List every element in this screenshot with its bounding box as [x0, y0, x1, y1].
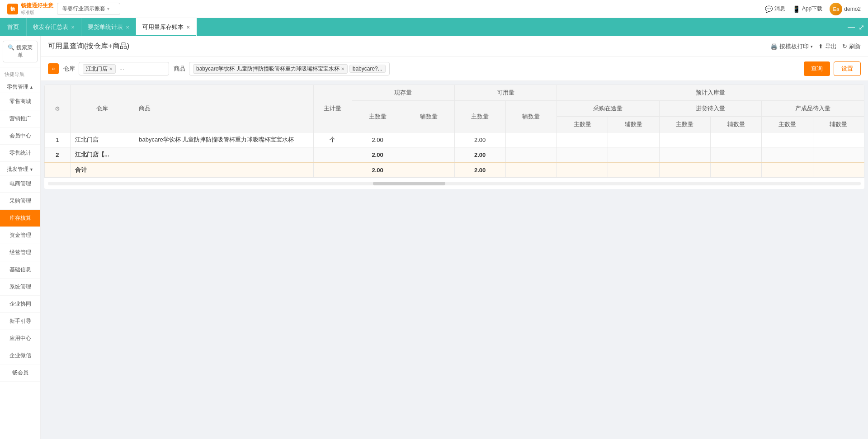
page-actions: 🖨️ 按模板打印 ▾ ⬆ 导出 ↻ 刷新 — [770, 42, 861, 51]
scroll-thumb[interactable] — [373, 182, 445, 185]
sidebar-item-system[interactable]: 系统管理 — [0, 279, 40, 296]
horizontal-scrollbar[interactable] — [48, 182, 861, 185]
sidebar-item-enterprise[interactable]: 企业协同 — [0, 296, 40, 313]
td-ip-main-2 — [659, 147, 710, 163]
sidebar-item-wholesale-mgmt[interactable]: 批发管理 ▼ — [0, 162, 40, 175]
sidebar-item-ecommerce[interactable]: 电商管理 — [0, 175, 40, 193]
tab-receive-summary-close[interactable]: ✕ — [71, 25, 75, 30]
sidebar-item-member[interactable]: 会员中心 — [0, 127, 40, 145]
td-ip-aux-1 — [711, 132, 762, 147]
th-product-aux: 辅数量 — [813, 117, 864, 132]
tab-minimize-btn[interactable]: — — [848, 23, 855, 31]
td-av-aux-1 — [505, 132, 557, 147]
warehouse-tag-box[interactable]: 江北门店 ✕ ··· — [79, 62, 169, 76]
inventory-table: ⚙ 仓库 商品 主计量 现存量 可用量 预计入库量 主数量 辅数量 — [44, 85, 864, 178]
sidebar-nav-label: 快捷导航 — [0, 67, 40, 80]
app-download-btn[interactable]: 📱 App下载 — [793, 5, 822, 13]
tab-order-stats[interactable]: 要货单统计表 ✕ — [81, 18, 136, 36]
th-current-stock-aux: 辅数量 — [403, 101, 454, 132]
th-expected-in: 预计入库量 — [557, 85, 864, 101]
td-summary-cs-main: 2.00 — [352, 162, 403, 178]
td-av-main-1: 2.00 — [454, 132, 505, 147]
td-pp-aux-2 — [813, 147, 864, 163]
logo-text: 畅捷通好生意 标准版 — [21, 2, 53, 16]
logo-icon: 畅 — [7, 4, 18, 14]
goods-tag-box[interactable]: babycare学饮杯 儿童防摔防撞吸管杯重力球吸嘴杯宝宝水杯 ✕ babyca… — [189, 62, 390, 76]
refresh-btn[interactable]: ↻ 刷新 — [842, 42, 861, 51]
td-summary-ip-main — [659, 162, 710, 178]
td-av-aux-2 — [505, 147, 557, 163]
sidebar-item-app-center[interactable]: 应用中心 — [0, 330, 40, 347]
tab-receive-summary-label: 收发存汇总表 — [33, 23, 68, 31]
tab-available-inventory-close[interactable]: ✕ — [186, 25, 190, 30]
th-settings-icon[interactable]: ⚙ — [45, 85, 71, 132]
sidebar-item-marketing[interactable]: 营销推广 — [0, 110, 40, 127]
td-summary-pp-main — [762, 162, 813, 178]
query-button[interactable]: 查询 — [804, 61, 830, 76]
sidebar-item-basic-info[interactable]: 基础信息 — [0, 261, 40, 279]
td-summary-pit-aux — [608, 162, 659, 178]
td-seq-1: 1 — [45, 132, 71, 147]
td-cs-aux-2 — [403, 147, 454, 163]
search-menu-btn[interactable]: 🔍 搜索菜单 — [3, 41, 38, 62]
warehouse-filter-group: 仓库 江北门店 ✕ ··· — [63, 62, 169, 76]
goods-tag-close-1[interactable]: ✕ — [341, 66, 344, 71]
td-warehouse-1: 江北门店 — [70, 132, 134, 147]
th-product-main: 主数量 — [762, 117, 813, 132]
td-pp-main-1 — [762, 132, 813, 147]
td-ip-main-1 — [659, 132, 710, 147]
avatar: Ea — [830, 3, 842, 15]
top-bar-left: 畅 畅捷通好生意 标准版 母婴行业演示账套 ▾ — [7, 2, 120, 16]
sidebar-item-retail-mgmt[interactable]: 零售管理 ▲ — [0, 80, 40, 93]
industry-selector[interactable]: 母婴行业演示账套 ▾ — [57, 3, 120, 15]
th-goods: 商品 — [134, 85, 314, 132]
refresh-icon: ↻ — [842, 43, 847, 50]
th-inbound-main: 主数量 — [659, 117, 710, 132]
sidebar-item-vip-member[interactable]: 畅会员 — [0, 364, 40, 382]
chevron-down-icon2: ▼ — [29, 167, 33, 172]
settings-button[interactable]: 设置 — [834, 61, 861, 76]
th-product-pending: 产成品待入量 — [762, 101, 864, 117]
messages-btn[interactable]: 💬 消息 — [765, 5, 785, 13]
tab-receive-summary[interactable]: 收发存汇总表 ✕ — [27, 18, 81, 36]
td-summary-pit-main — [557, 162, 608, 178]
sidebar-item-enterprise-wechat[interactable]: 企业微信 — [0, 347, 40, 364]
export-btn[interactable]: ⬆ 导出 — [818, 42, 837, 51]
main-layout: 🔍 搜索菜单 快捷导航 零售管理 ▲ 零售商城 营销推广 会员中心 零售统计 批… — [0, 36, 868, 439]
tab-order-stats-close[interactable]: ✕ — [126, 25, 129, 30]
goods-tag-babycare2: babycare?... — [349, 65, 386, 73]
table-wrapper: ⚙ 仓库 商品 主计量 现存量 可用量 预计入库量 主数量 辅数量 — [44, 85, 864, 178]
td-cs-main-2: 2.00 — [352, 147, 403, 163]
sidebar-item-inventory[interactable]: 库存核算 — [0, 210, 40, 227]
sidebar-item-retail-stats[interactable]: 零售统计 — [0, 145, 40, 162]
template-print-btn[interactable]: 🖨️ 按模板打印 ▾ — [770, 42, 813, 51]
td-summary-pp-aux — [813, 162, 864, 178]
warehouse-tag-jiangbei: 江北门店 ✕ — [83, 64, 116, 74]
user-menu[interactable]: Ea demo2 — [830, 3, 861, 15]
tab-maximize-btn[interactable]: ⤢ — [859, 23, 864, 32]
sidebar-item-operations[interactable]: 经营管理 — [0, 244, 40, 261]
filter-expand-btn[interactable]: » — [48, 63, 59, 74]
tab-home[interactable]: 首页 — [0, 18, 27, 36]
warehouse-label: 仓库 — [63, 65, 75, 73]
filter-section: » 仓库 江北门店 ✕ ··· 商品 babycare学饮杯 儿童防摔防撞吸管杯… — [41, 57, 868, 81]
sidebar-item-new-guide[interactable]: 新手引导 — [0, 313, 40, 330]
settings-icon: ⚙ — [55, 105, 60, 112]
td-pit-main-1 — [557, 132, 608, 147]
td-ip-aux-2 — [711, 147, 762, 163]
sidebar: 🔍 搜索菜单 快捷导航 零售管理 ▲ 零售商城 营销推广 会员中心 零售统计 批… — [0, 36, 41, 439]
sidebar-item-purchase[interactable]: 采购管理 — [0, 193, 40, 210]
td-summary-label: 合计 — [70, 162, 134, 178]
logo-area: 畅 畅捷通好生意 标准版 — [7, 2, 53, 16]
goods-filter-group: 商品 babycare学饮杯 儿童防摔防撞吸管杯重力球吸嘴杯宝宝水杯 ✕ bab… — [174, 62, 390, 76]
sidebar-item-retail-store[interactable]: 零售商城 — [0, 93, 40, 110]
table-container: ⚙ 仓库 商品 主计量 现存量 可用量 预计入库量 主数量 辅数量 — [44, 85, 864, 189]
warehouse-tag-close[interactable]: ✕ — [109, 66, 113, 71]
tab-available-inventory-label: 可用量库存账本 — [142, 23, 184, 31]
warehouse-ellipsis[interactable]: ··· — [118, 66, 126, 72]
chevron-icon: ▲ — [29, 85, 33, 90]
td-goods-1: babycare学饮杯 儿童防摔防撞吸管杯重力球吸嘴杯宝宝水杯 — [134, 132, 314, 147]
sidebar-item-finance[interactable]: 资金管理 — [0, 227, 40, 244]
print-icon: 🖨️ — [770, 43, 778, 50]
tab-available-inventory[interactable]: 可用量库存账本 ✕ — [136, 18, 197, 36]
